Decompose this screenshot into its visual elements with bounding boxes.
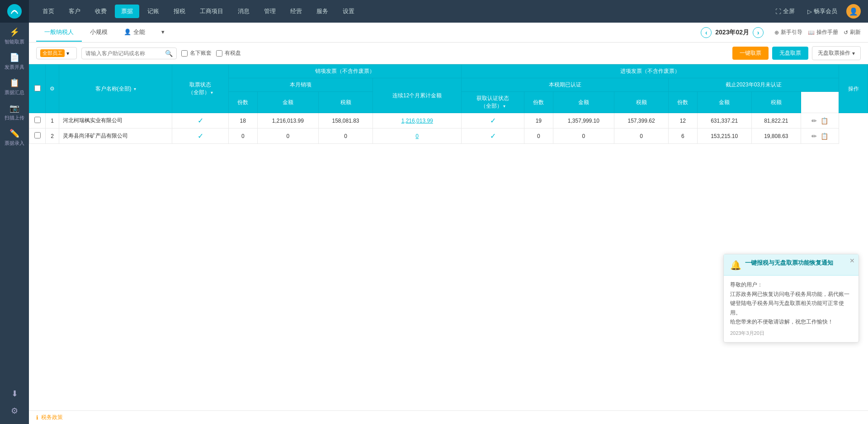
fullscreen-btn[interactable]: ⛶ 全屏 (772, 5, 798, 17)
row-purchase-count: 0 (524, 129, 553, 144)
tab-all[interactable]: 👤 全能 (116, 24, 153, 42)
sidebar-item-smart-fetch[interactable]: ⚡ 智能取票 (0, 23, 29, 48)
search-icon[interactable]: 🔍 (165, 50, 173, 57)
tax-policy-link[interactable]: 税务政策 (41, 414, 63, 421)
sidebar-item-issue-invoice[interactable]: 📄 发票开具 (0, 48, 29, 73)
row-deadline-amount: 631,337.21 (697, 113, 751, 129)
nav-business[interactable]: 工商项目 (193, 5, 230, 18)
row-purchase-tax: 0 (614, 129, 669, 144)
nav-customer[interactable]: 客户 (62, 5, 87, 18)
notification-date: 2023年3月20日 (730, 329, 852, 338)
th-deadline-count: 份数 (668, 92, 697, 113)
tab-more-btn[interactable]: ▾ (153, 24, 173, 41)
refresh-link[interactable]: ↺ 刷新 (844, 29, 861, 36)
row-sales-tax: 0 (319, 129, 373, 144)
table-row: 2 灵寿县尚泽矿产品有限公司 ✓ 0 0 0 0 ✓ 0 0 0 6 153,2… (29, 129, 868, 144)
nav-operation[interactable]: 经营 (284, 5, 308, 18)
row-actions: ✏ 📋 (801, 113, 839, 129)
th-sales-group: 销项发票（不含作废票） (228, 65, 462, 78)
row-checkbox[interactable] (34, 117, 41, 123)
sidebar-item-scan-upload[interactable]: 📷 扫描上传 (0, 99, 29, 124)
row-edit-icon[interactable]: ✏ (811, 117, 817, 124)
sidebar-settings-btn[interactable]: ⚙ (0, 402, 29, 419)
row-checkbox-cell[interactable] (29, 113, 46, 129)
nav-settings[interactable]: 设置 (336, 5, 361, 18)
member-btn[interactable]: ▷ 畅享会员 (804, 5, 841, 17)
row-sales-count: 0 (228, 129, 257, 144)
sidebar-item-data-entry[interactable]: ✏️ 票据录入 (0, 124, 29, 149)
app-logo (0, 0, 29, 23)
th-settings: ⚙ (46, 65, 59, 113)
nav-right: ⛶ 全屏 ▷ 畅享会员 👤 (772, 4, 861, 19)
row-sales-amount: 0 (257, 129, 318, 144)
nav-bookkeeping[interactable]: 记账 (141, 5, 165, 18)
notification-body: 尊敬的用户： 江苏政务网已恢复访问电子税务局功能，易代账一键登陆电子税务局与无盘… (724, 276, 859, 342)
row-actions: ✏ 📋 (801, 129, 839, 144)
th-purchase-amount: 金额 (553, 92, 614, 113)
bell-icon: 🔔 (730, 260, 741, 271)
row-checkbox-cell[interactable] (29, 129, 46, 144)
footer-info-icon: ℹ (36, 414, 38, 421)
row-purchase-amount: 0 (553, 129, 614, 144)
manual-link[interactable]: 📖 操作手册 (808, 29, 838, 36)
nav-invoice[interactable]: 票据 (115, 5, 139, 18)
nav-tax[interactable]: 报税 (167, 5, 192, 18)
row-sales-12m: 0 (373, 129, 462, 144)
tab-general-taxpayer[interactable]: 一般纳税人 (36, 24, 82, 42)
next-month-btn[interactable]: › (753, 27, 764, 38)
sidebar: ⚡ 智能取票 📄 发票开具 📋 票据汇总 📷 扫描上传 ✏️ 票据录入 ⬇ ⚙ (0, 0, 29, 424)
th-purchase-count: 份数 (524, 92, 553, 113)
sidebar-download-btn[interactable]: ⬇ (0, 385, 29, 402)
employee-filter[interactable]: 全部员工 ▾ (36, 47, 77, 59)
avatar[interactable]: 👤 (846, 4, 861, 19)
nav-manage[interactable]: 管理 (258, 5, 282, 18)
select-all-checkbox[interactable] (34, 85, 41, 91)
row-sales-tax: 158,081.83 (319, 113, 373, 129)
row-number: 1 (46, 113, 59, 129)
sub-account-checkbox[interactable] (181, 50, 188, 57)
toolbar-right: 一键取票 无盘取票 无盘取票操作 ▾ (732, 46, 861, 60)
th-sales-count: 份数 (228, 92, 257, 113)
sidebar-label-smart-fetch: 智能取票 (5, 38, 24, 45)
search-input[interactable] (85, 50, 162, 57)
prev-month-btn[interactable]: ‹ (701, 27, 712, 38)
row-deadline-count: 6 (668, 129, 697, 144)
nav-collection[interactable]: 收费 (89, 5, 113, 18)
row-purchase-amount: 1,357,999.10 (553, 113, 614, 129)
notification-popup: 🔔 一键报税与无盘取票功能恢复通知 ✕ 尊敬的用户： 江苏政务网已恢复访问电子税… (723, 254, 859, 343)
row-purchase-tax: 157,399.62 (614, 113, 669, 129)
new-guide-link[interactable]: ⊕ 新手引导 (774, 29, 802, 36)
tab-small-scale[interactable]: 小规模 (82, 24, 116, 42)
all-tab-icon: 👤 (124, 29, 131, 35)
nav-message[interactable]: 消息 (231, 5, 256, 18)
no-disk-fetch-button[interactable]: 无盘取票 (772, 47, 808, 60)
th-sales-amount: 金额 (257, 92, 318, 113)
th-deadline-amount: 金额 (697, 92, 751, 113)
one-click-fetch-button[interactable]: 一键取票 (732, 47, 769, 60)
chevron-down-icon: ▾ (161, 29, 165, 35)
footer-bar: ℹ 税务政策 (29, 410, 868, 424)
table-row: 1 河北柯瑞枫实业有限公司 ✓ 18 1,216,013.99 158,081.… (29, 113, 868, 129)
th-sales-tax: 税额 (319, 92, 373, 113)
th-sales-12m: 连续12个月累计金额 (373, 78, 462, 113)
row-view-icon[interactable]: 📋 (821, 133, 828, 140)
sub-account-checkbox-label[interactable]: 名下账套 (181, 49, 212, 57)
row-deadline-tax: 19,808.63 (751, 129, 801, 144)
row-sales-amount: 1,216,013.99 (257, 113, 318, 129)
no-disk-ops-button[interactable]: 无盘取票操作 ▾ (812, 46, 861, 60)
row-view-icon[interactable]: 📋 (821, 117, 828, 124)
notification-title: 一键报税与无盘取票功能恢复通知 (745, 259, 833, 267)
has-tax-pan-checkbox[interactable] (216, 50, 222, 57)
row-checkbox[interactable] (34, 132, 41, 138)
row-deadline-tax: 81,822.21 (751, 113, 801, 129)
has-tax-pan-checkbox-label[interactable]: 有税盘 (216, 49, 241, 57)
row-cert-status: ✓ (462, 129, 524, 144)
nav-home[interactable]: 首页 (36, 5, 61, 18)
nav-service[interactable]: 服务 (310, 5, 335, 18)
ops-chevron-icon: ▾ (852, 50, 855, 57)
top-nav: 首页 客户 收费 票据 记账 报税 工商项目 消息 管理 经营 服务 设置 ⛶ … (29, 0, 868, 23)
row-edit-icon[interactable]: ✏ (811, 133, 817, 140)
notification-close-btn[interactable]: ✕ (849, 257, 855, 264)
sidebar-item-invoice-summary[interactable]: 📋 票据汇总 (0, 73, 29, 99)
row-fetch-status: ✓ (172, 129, 228, 144)
